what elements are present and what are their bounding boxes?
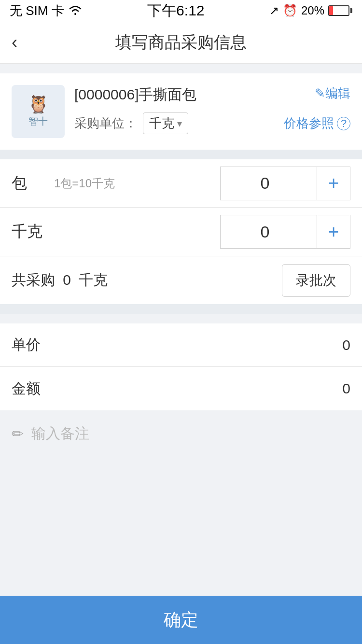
amount-value: 0: [342, 380, 350, 397]
carrier-text: 无 SIM 卡: [10, 2, 64, 19]
status-right: ↗ ⏰ 20%: [269, 4, 352, 17]
brand-text: 智十: [28, 115, 48, 128]
back-button[interactable]: ‹: [12, 32, 17, 53]
confirm-button[interactable]: 确定: [0, 596, 362, 644]
summary-row: 共采购 0 千克 录批次: [0, 256, 362, 304]
pencil-icon: ✏: [12, 425, 24, 442]
summary-prefix: 共采购: [12, 272, 55, 288]
page-title: 填写商品采购信息: [115, 31, 247, 54]
status-left: 无 SIM 卡: [10, 2, 83, 19]
wifi-signal-icon: [68, 3, 83, 18]
price-ref-help-icon: ?: [337, 117, 350, 130]
batch-record-button[interactable]: 录批次: [282, 264, 350, 297]
section-divider-2: [0, 304, 362, 314]
bag-qty-input[interactable]: [220, 167, 317, 200]
product-info: [0000006]手撕面包 采购单位： 千克 ▾ 价格参照 ?: [74, 85, 350, 134]
unit-price-value: 0: [342, 337, 350, 353]
status-bar: 无 SIM 卡 下午6:12 ↗ ⏰ 20%: [0, 0, 362, 21]
unit-value: 千克: [149, 115, 174, 132]
kg-plus-button[interactable]: +: [317, 215, 350, 249]
status-time: 下午6:12: [147, 1, 204, 21]
unit-price-row: 单价 0: [0, 323, 362, 367]
price-section: 单价 0 金额 0: [0, 323, 362, 410]
bag-input-row: 包 1包=10千克 +: [0, 159, 362, 208]
kg-qty-wrapper: +: [220, 215, 350, 249]
kg-input-row: 千克 +: [0, 208, 362, 256]
section-divider-1: [0, 150, 362, 159]
product-image: 🦉 智十: [12, 85, 65, 138]
amount-row: 金额 0: [0, 367, 362, 410]
product-card: 🦉 智十 [0000006]手撕面包 采购单位： 千克 ▾ 价格参照 ? ✎编辑: [0, 73, 362, 150]
product-name: [0000006]手撕面包: [74, 85, 350, 105]
product-logo-icon: 🦉: [28, 96, 49, 113]
bag-sub-label: 1包=10千克: [54, 176, 115, 191]
edit-button[interactable]: ✎编辑: [315, 85, 350, 102]
purchase-unit-label: 采购单位：: [74, 115, 137, 132]
battery-percent: 20%: [301, 4, 324, 17]
remark-area[interactable]: ✏ 输入备注: [0, 410, 362, 457]
unit-dropdown[interactable]: 千克 ▾: [143, 112, 188, 134]
price-ref-button[interactable]: 价格参照 ?: [284, 115, 350, 132]
summary-text: 共采购 0 千克: [12, 270, 108, 290]
empty-space: [0, 457, 362, 612]
dropdown-arrow-icon: ▾: [177, 118, 182, 129]
summary-unit: 千克: [79, 272, 108, 288]
bag-label: 包: [12, 173, 50, 194]
unit-price-label: 单价: [12, 335, 41, 355]
battery-icon: [328, 5, 352, 16]
kg-qty-input[interactable]: [220, 215, 317, 249]
alarm-icon: ⏰: [283, 4, 297, 17]
kg-label: 千克: [12, 221, 50, 242]
bag-qty-wrapper: +: [220, 167, 350, 200]
amount-label: 金额: [12, 379, 41, 399]
nav-bar: ‹ 填写商品采购信息: [0, 21, 362, 64]
location-icon: ↗: [269, 4, 279, 17]
bag-plus-button[interactable]: +: [317, 167, 350, 200]
product-unit-row: 采购单位： 千克 ▾ 价格参照 ?: [74, 112, 350, 134]
summary-value: 0: [63, 272, 71, 288]
quantity-section: 包 1包=10千克 + 千克 +: [0, 159, 362, 256]
remark-placeholder: 输入备注: [31, 424, 89, 444]
price-ref-label: 价格参照: [284, 115, 334, 132]
